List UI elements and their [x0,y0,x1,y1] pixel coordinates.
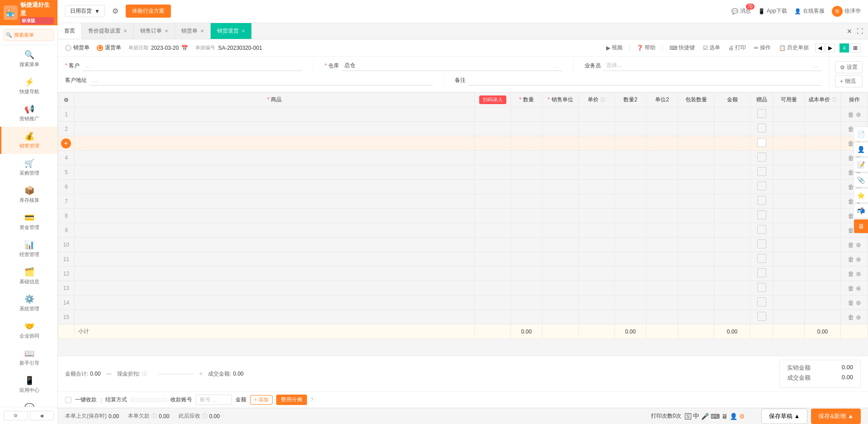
settings-side-btn[interactable]: ⚙ 设置 [835,61,863,73]
right-tool-voucher[interactable]: 📄 [854,127,868,141]
del-btn[interactable]: 🗑 [848,169,854,176]
gift-checkbox-1[interactable] [757,109,766,118]
product-cell-3-active[interactable] [75,136,475,151]
sidebar-item-marketing[interactable]: 📢 营销推广 [0,100,57,127]
discount-value[interactable] [158,374,194,374]
product-cell-1[interactable] [75,107,475,122]
amount-cell-1[interactable] [714,107,750,122]
salesperson-input[interactable]: 选择... ... [604,60,822,71]
gift-cb[interactable] [757,181,766,191]
sidebar-item-wechat[interactable]: 💬 企业微信 [0,398,57,407]
config-icon[interactable]: ⚙ [739,413,745,420]
online-service-btn[interactable]: 👤 在线客服 [794,7,825,15]
daily-goods-selector[interactable]: 日用百货 ▼ [65,5,105,17]
del-btn[interactable]: 🗑 [848,241,854,248]
message-btn[interactable]: 💬 消息 70 [731,7,751,15]
sidebar-collapse-button[interactable]: ◀ [30,411,54,420]
del-btn[interactable]: 🗑 [848,212,854,219]
unit2-cell-1[interactable] [646,107,678,122]
amount-cell-2[interactable] [714,122,750,136]
delete-row-1-btn[interactable]: 🗑 [848,111,854,118]
radio-return[interactable]: 退货单 [97,44,121,52]
copy-btn[interactable]: ⊕ [856,299,861,306]
copy-btn[interactable]: ⊕ [856,285,861,292]
product-cell-2[interactable] [75,122,475,136]
gift-cell-2[interactable] [750,122,773,136]
gift-cb[interactable] [757,152,766,162]
avail-cell-2[interactable] [773,122,805,136]
gift-cb[interactable] [757,167,766,176]
right-tool-send[interactable]: 📬 [854,204,868,218]
barcode-scan-btn[interactable]: 扫码录入 [479,95,506,104]
sidebar-settings-button[interactable]: ⚙ [4,411,28,420]
fee-split-btn[interactable]: 费用分摊 [276,395,307,405]
detail-view-btn[interactable]: ⊞ [850,43,861,52]
sidebar-item-guide[interactable]: 📖 新手引导 [0,344,57,371]
person-icon[interactable]: 👤 [730,413,737,420]
qty2-cell-1[interactable] [615,107,646,122]
avail-cell-3[interactable] [773,136,805,151]
tab-sales-return-close[interactable]: ✕ [241,29,245,33]
price-cell-2[interactable] [579,122,615,136]
mic-icon[interactable]: 🎤 [701,413,709,420]
tab-sales-close[interactable]: ✕ [200,29,204,33]
del-btn[interactable]: 🗑 [848,256,854,263]
warehouse-input[interactable]: 总仓 ... [342,60,562,71]
price-cell-1[interactable] [579,107,615,122]
th-settings[interactable]: ⚙ [58,93,75,107]
unit2-cell-3[interactable] [646,136,678,151]
del-btn[interactable]: 🗑 [848,154,854,162]
del-btn[interactable]: 🗑 [848,314,854,321]
tab-home[interactable]: 首页 [58,23,82,39]
doc-date-field[interactable]: 单据日期 2023-03-20 📅 [128,44,188,51]
add-payment-btn[interactable]: + 添加 [250,395,272,405]
amount-cell-3[interactable] [714,136,750,151]
sidebar-item-collab[interactable]: 🤝 企业协同 [0,317,57,344]
tab-sales[interactable]: 销货单 ✕ [175,23,211,39]
zhong-icon[interactable]: 中 [693,412,699,420]
gift-cell-1[interactable] [750,107,773,122]
logistics-side-btn[interactable]: + 物流 [835,75,863,87]
account-select[interactable]: 账号 ... [196,395,232,405]
gift-cb[interactable] [757,312,766,321]
right-tool-contact[interactable]: 👤 [854,142,868,157]
del-btn[interactable]: 🗑 [848,270,854,277]
tab-price-extract[interactable]: 售价提取设置 ✕ [82,23,134,39]
print-btn[interactable]: 🖨 打印 [726,43,748,52]
sougou-icon[interactable]: 🅂 [685,413,691,420]
user-menu[interactable]: 徐 徐泽华 [832,6,861,17]
discount-info[interactable]: ⓘ [142,371,147,377]
tab-price-extract-close[interactable]: ✕ [123,29,127,33]
prev-record-btn[interactable]: ◀ [815,43,825,52]
unit2-cell-2[interactable] [646,122,678,136]
experience-btn[interactable]: 体验行业方案 [126,5,171,18]
qty-cell-2[interactable] [511,122,542,136]
right-tool-attach[interactable]: 📎 [854,173,868,187]
copy-btn[interactable]: ⊕ [856,256,861,263]
sidebar-search[interactable]: 🔍 搜索菜单 [0,25,57,45]
fee-help-icon[interactable]: ? [311,397,314,403]
sidebar-item-finance[interactable]: 💳 资金管理 [0,208,57,235]
del-btn[interactable]: 🗑 [848,285,854,292]
address-input[interactable]: ... [90,75,433,86]
del-btn[interactable]: 🗑 [848,183,854,191]
copy-btn[interactable]: ⊕ [856,314,861,321]
sidebar-item-system[interactable]: ⚙️ 系统管理 [0,290,57,317]
qty-cell-1[interactable] [511,107,542,122]
gift-cb[interactable] [757,283,766,292]
cost-info-icon[interactable]: ⓘ [832,97,837,102]
price-cell-3[interactable] [579,136,615,151]
pack-cell-1[interactable] [678,107,714,122]
sidebar-item-shortcut[interactable]: ⚡ 快捷导航 [0,72,57,100]
qty2-cell-2[interactable] [615,122,646,136]
copy-row-1-btn[interactable]: ⊕ [856,111,861,118]
delete-row-3-btn[interactable]: 🗑 [848,140,854,147]
unit-cell-2[interactable] [542,122,579,136]
qty2-cell-3[interactable] [615,136,646,151]
app-download-btn[interactable]: 📱 App下载 [758,7,787,15]
gift-checkbox-2[interactable] [757,124,766,133]
keyboard-icon[interactable]: ⌨ [711,413,720,420]
gift-cb[interactable] [757,225,766,234]
price-info-icon[interactable]: ⓘ [600,97,605,102]
radio-sale[interactable]: 销货单 [65,44,90,52]
